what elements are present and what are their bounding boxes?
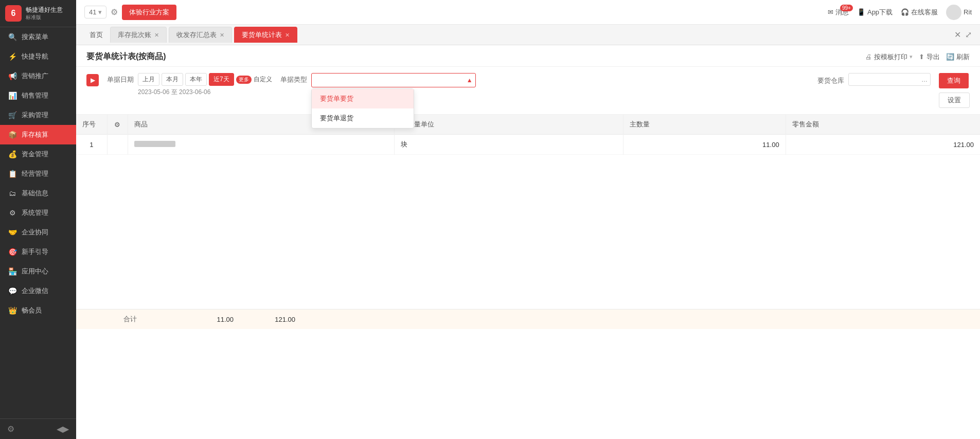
page-titlebar: 要货单统计表(按商品) 🖨 按模板打印 ▾ ⬆ 导出 🔄 刷新 — [76, 45, 980, 67]
filter-warehouse-input[interactable] — [848, 73, 931, 86]
tab-order-stat[interactable]: 要货单统计表 ✕ — [234, 27, 297, 43]
tab-receive[interactable]: 收发存汇总表 ✕ — [169, 27, 232, 43]
sidebar-item-collab[interactable]: 🤝 企业协同 — [0, 223, 76, 242]
date-this-month-btn[interactable]: 本月 — [162, 73, 183, 86]
inventory-icon: 📦 — [7, 131, 17, 139]
appstore-icon: 🏪 — [7, 267, 17, 276]
chevron-down-icon: ▾ — [98, 8, 102, 16]
print-btn[interactable]: 🖨 按模板打印 ▾ — [865, 52, 913, 62]
table-empty-space — [76, 155, 980, 309]
member-icon: 👑 — [7, 306, 17, 315]
product-blurred — [134, 141, 175, 147]
date-7days-btn[interactable]: 近7天 — [209, 73, 234, 86]
query-btn[interactable]: 查询 — [939, 73, 969, 88]
wechat-icon: 💬 — [7, 287, 17, 295]
quick-nav-icon: ⚡ — [7, 52, 17, 61]
table-footer: 合计 11.00 121.00 — [76, 309, 980, 329]
sidebar-item-marketing[interactable]: 📢 营销推广 — [0, 66, 76, 86]
sidebar-item-purchase[interactable]: 🛒 采购管理 — [0, 105, 76, 125]
service-btn[interactable]: 🎧 在线客服 — [901, 8, 938, 17]
topbar: 41 ▾ ⚙ 体验行业方案 ✉ 消息 99+ 📱 App下载 🎧 在线客服 R — [76, 0, 980, 25]
sidebar-item-inventory[interactable]: 📦 库存核算 — [0, 125, 76, 144]
sidebar-item-search[interactable]: 🔍 搜索菜单 — [0, 27, 76, 47]
content: 要货单统计表(按商品) 🖨 按模板打印 ▾ ⬆ 导出 🔄 刷新 — [76, 45, 980, 439]
footer-amount: 121.00 — [240, 316, 301, 323]
user-menu[interactable]: Rit — [946, 5, 972, 20]
sidebar-logo: 6 畅捷通好生意 标准版 — [0, 0, 76, 27]
filter-type-select-container: ▲ 要货单要货 要货单退货 — [311, 73, 476, 87]
filter-type-label: 单据类型 — [280, 73, 307, 84]
filter-type-select[interactable] — [311, 73, 476, 87]
col-amount: 零售金额 — [786, 115, 980, 135]
tab-home[interactable]: 首页 — [84, 27, 108, 43]
fullscreen-icon: ⤢ — [965, 30, 972, 40]
app-download-btn[interactable]: 📱 App下载 — [857, 8, 893, 17]
date-custom-btn[interactable]: 自定义 — [254, 75, 272, 84]
tab-close-order-stat[interactable]: ✕ — [285, 32, 290, 39]
print-arrow-icon: ▾ — [910, 53, 913, 60]
finance-icon: 💰 — [7, 150, 17, 158]
topbar-right: ✉ 消息 99+ 📱 App下载 🎧 在线客服 Rit — [828, 5, 972, 20]
filter-date-label: 单据日期 — [107, 73, 134, 84]
filter-date-options: 上月 本月 本年 近7天 更多 自定义 2023-05-06 至 2023-06… — [138, 73, 272, 97]
industry-btn[interactable]: 体验行业方案 — [122, 5, 176, 20]
date-last-month-btn[interactable]: 上月 — [138, 73, 159, 86]
footer-label: 合计 — [82, 315, 137, 324]
filter-warehouse-group: 要货仓库 … — [817, 73, 931, 86]
tabbar: 首页 库存批次账 ✕ 收发存汇总表 ✕ 要货单统计表 ✕ ✕ ⤢ — [76, 25, 980, 45]
sidebar: 6 畅捷通好生意 标准版 🔍 搜索菜单 ⚡ 快捷导航 📢 营销推广 📊 销售管理… — [0, 0, 76, 439]
sidebar-bottom: ⚙ ◀▶ — [0, 418, 76, 439]
gear-icon[interactable]: ⚙ — [111, 7, 118, 17]
sidebar-item-wechat[interactable]: 💬 企业微信 — [0, 281, 76, 301]
system-icon: ⚙ — [7, 209, 17, 217]
tab-batch[interactable]: 库存批次账 ✕ — [110, 27, 167, 43]
store-selector[interactable]: 41 ▾ — [84, 6, 106, 19]
collapse-icon[interactable]: ◀▶ — [57, 424, 69, 434]
collab-icon: 🤝 — [7, 228, 17, 236]
refresh-btn[interactable]: 🔄 刷新 — [946, 52, 970, 62]
sidebar-item-basic[interactable]: 🗂 基础信息 — [0, 184, 76, 203]
sidebar-item-sales[interactable]: 📊 销售管理 — [0, 86, 76, 105]
sidebar-item-operation[interactable]: 📋 经营管理 — [0, 164, 76, 184]
dropdown-option-order[interactable]: 要货单要货 — [312, 89, 414, 108]
basic-icon: 🗂 — [7, 189, 17, 197]
setting-btn[interactable]: 设置 — [939, 93, 970, 108]
print-icon: 🖨 — [865, 53, 872, 61]
cell-amount: 121.00 — [786, 135, 980, 155]
sidebar-item-quick-nav[interactable]: ⚡ 快捷导航 — [0, 47, 76, 66]
cell-seq: 1 — [76, 135, 107, 155]
purchase-icon: 🛒 — [7, 111, 17, 119]
tab-close-receive[interactable]: ✕ — [220, 32, 224, 39]
operation-icon: 📋 — [7, 170, 17, 178]
newbie-icon: 🎯 — [7, 248, 17, 256]
tabbar-expand[interactable]: ✕ ⤢ — [954, 30, 972, 40]
table-container: 序号 ⚙ 商品 主计量单位 主数量 零售金额 1 — [76, 115, 980, 155]
avatar — [946, 5, 961, 20]
tab-close-batch[interactable]: ✕ — [154, 32, 159, 39]
sidebar-scroll: 🔍 搜索菜单 ⚡ 快捷导航 📢 营销推广 📊 销售管理 🛒 采购管理 📦 库存核… — [0, 27, 76, 418]
filter-date-row-1: 上月 本月 本年 近7天 更多 自定义 — [138, 73, 272, 86]
marketing-icon: 📢 — [7, 72, 17, 80]
sidebar-item-appstore[interactable]: 🏪 应用中心 — [0, 262, 76, 281]
cell-product — [128, 135, 395, 155]
filter-warehouse-label: 要货仓库 — [817, 74, 844, 85]
col-seq: 序号 — [76, 115, 107, 135]
col-gear[interactable]: ⚙ — [107, 115, 128, 135]
date-this-year-btn[interactable]: 本年 — [185, 73, 207, 86]
messages-btn[interactable]: ✉ 消息 99+ — [828, 8, 849, 17]
dropdown-option-return[interactable]: 要货单退货 — [312, 108, 414, 128]
filter-expand-btn[interactable]: ▶ — [86, 74, 99, 86]
sidebar-item-system[interactable]: ⚙ 系统管理 — [0, 203, 76, 223]
filter-type-group: 单据类型 ▲ 要货单要货 要货单退货 — [280, 73, 801, 87]
sidebar-item-member[interactable]: 👑 畅会员 — [0, 301, 76, 320]
message-icon: ✉ — [828, 8, 833, 16]
footer-qty: 11.00 — [178, 316, 240, 323]
filter-type-dropdown: 要货单要货 要货单退货 — [311, 88, 414, 129]
expand-icon: ✕ — [954, 30, 961, 40]
page-actions: 🖨 按模板打印 ▾ ⬆ 导出 🔄 刷新 — [865, 52, 970, 62]
export-btn[interactable]: ⬆ 导出 — [919, 52, 940, 62]
sidebar-item-newbie[interactable]: 🎯 新手引导 — [0, 242, 76, 262]
sidebar-item-finance[interactable]: 💰 资金管理 — [0, 144, 76, 164]
table-header-row: 序号 ⚙ 商品 主计量单位 主数量 零售金额 — [76, 115, 980, 135]
settings-icon[interactable]: ⚙ — [7, 424, 14, 434]
